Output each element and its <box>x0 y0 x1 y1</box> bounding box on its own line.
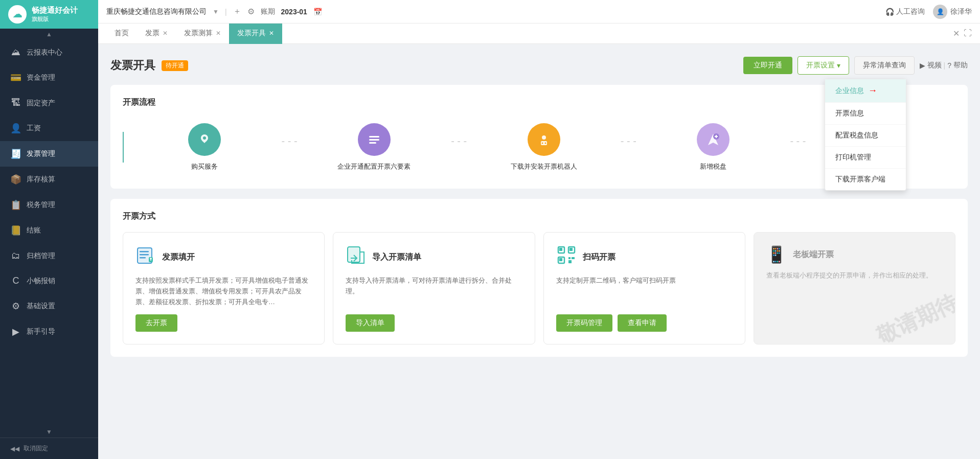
sidebar-item-label: 资金管理 <box>27 73 55 82</box>
cancel-fix-label: 取消固定 <box>24 444 48 453</box>
svg-rect-36 <box>568 260 572 263</box>
fill-invoice-icon <box>135 245 156 269</box>
sidebar-item-close[interactable]: 📒 结账 <box>0 218 98 243</box>
dropdown-item-tax-config[interactable]: 配置税盘信息 <box>825 125 906 147</box>
process-label-3: 下载并安装开票机器人 <box>511 162 577 171</box>
reports-icon: ⛰ <box>10 47 21 58</box>
abnormal-button[interactable]: 异常清单查询 <box>854 56 915 75</box>
restore-icon[interactable]: ⛶ <box>964 29 972 38</box>
sidebar-item-invoice[interactable]: 🧾 发票管理 <box>0 141 98 167</box>
import-list-button[interactable]: 导入清单 <box>346 314 395 332</box>
svg-point-6 <box>542 135 546 140</box>
tab-invoice-issue-close[interactable]: ✕ <box>269 30 274 37</box>
close-icon: 📒 <box>10 225 21 236</box>
chevron-down-icon: ▾ <box>837 61 840 70</box>
tab-invoice[interactable]: 发票 ✕ <box>137 24 176 44</box>
qr-manage-button[interactable]: 开票码管理 <box>556 314 612 332</box>
svg-point-9 <box>544 143 546 144</box>
sidebar-item-label: 税务管理 <box>27 200 55 210</box>
sidebar-item-archive[interactable]: 🗂 归档管理 <box>0 243 98 268</box>
sidebar-item-salary[interactable]: 👤 工资 <box>0 116 98 141</box>
sidebar-item-tax[interactable]: 📋 税务管理 <box>0 192 98 218</box>
tab-invoice-calc[interactable]: 发票测算 ✕ <box>176 24 229 44</box>
sidebar: ☁ 畅捷通好会计 旗舰版 ▲ ⛰ 云报表中心 💳 资金管理 🏗 固定资产 👤 工… <box>0 0 98 459</box>
go-invoice-button[interactable]: 去开票 <box>135 314 177 332</box>
period-label: 账期 <box>261 7 275 16</box>
page-title: 发票开具 <box>110 58 155 73</box>
view-apply-button[interactable]: 查看申请 <box>618 314 667 332</box>
guide-icon: ▶ <box>10 326 21 337</box>
dropdown-item-printer[interactable]: 打印机管理 <box>825 147 906 169</box>
process-step-4: 新增税盘 <box>641 123 786 171</box>
dropdown-item-invoice-info[interactable]: 开票信息 <box>825 103 906 125</box>
process-step-3: 下载并安装开票机器人 <box>471 123 617 171</box>
sidebar-item-guide[interactable]: ▶ 新手引导 <box>0 319 98 345</box>
top-bar: 重庆畅捷交通信息咨询有限公司 ▼ | ＋ ⚙ 账期 2023-01 📅 🎧 人工… <box>98 0 980 24</box>
boss-invoice-title: 老板端开票 <box>793 249 834 260</box>
page-actions: 立即开通 开票设置 ▾ 异常清单查询 ▶ 视频 | ? 帮助 企业信息 <box>743 56 968 75</box>
period-value: 2023-01 <box>281 8 307 16</box>
method-cards: 发票填开 支持按照发票样式手工填开发票；可开具增值税电子普通发票、增值税普通发票… <box>123 232 955 345</box>
process-arrow-4: - - - <box>786 135 810 147</box>
logo-badge: 旗舰版 <box>32 15 78 23</box>
scan-invoice-desc: 支持定制开票二维码，客户端可扫码开票 <box>556 276 733 308</box>
process-arrow-1: - - - <box>278 135 302 147</box>
maximize-icon[interactable]: ✕ <box>953 29 960 38</box>
archive-icon: 🗂 <box>10 250 21 261</box>
activate-button[interactable]: 立即开通 <box>743 57 792 74</box>
sidebar-scroll-down[interactable]: ▼ <box>0 426 98 438</box>
sidebar-item-settings[interactable]: ⚙ 基础设置 <box>0 293 98 319</box>
sidebar-item-label: 归档管理 <box>27 251 55 261</box>
expense-icon: C <box>10 276 21 286</box>
calendar-icon[interactable]: 📅 <box>313 8 322 16</box>
settings-label: 开票设置 <box>806 61 835 70</box>
logo-text: 畅捷通好会计 <box>32 6 78 15</box>
sidebar-item-funds[interactable]: 💳 资金管理 <box>0 65 98 90</box>
method-card-scan: 扫码开票 支持定制开票二维码，客户端可扫码开票 开票码管理 查看申请 <box>543 232 745 345</box>
inventory-icon: 📦 <box>10 174 21 185</box>
tab-home[interactable]: 首页 <box>106 24 137 44</box>
process-arrow-3: - - - <box>617 135 641 147</box>
funds-icon: 💳 <box>10 72 21 83</box>
sidebar-item-reports[interactable]: ⛰ 云报表中心 <box>0 40 98 65</box>
boss-invoice-icon: 📱 <box>766 245 787 264</box>
company-settings-icon[interactable]: ⚙ <box>247 7 255 16</box>
sidebar-item-assets[interactable]: 🏗 固定资产 <box>0 90 98 116</box>
sidebar-scroll-up[interactable]: ▲ <box>0 29 98 40</box>
company-name[interactable]: 重庆畅捷交通信息咨询有限公司 <box>106 7 207 16</box>
dropdown-item-company[interactable]: 企业信息 → <box>825 79 906 103</box>
support-label: 人工咨询 <box>896 7 925 16</box>
dropdown-item-download[interactable]: 下载开票客户端 <box>825 169 906 190</box>
svg-rect-3 <box>369 136 379 137</box>
support-button[interactable]: 🎧 人工咨询 <box>885 7 925 16</box>
settings-icon: ⚙ <box>10 301 21 312</box>
video-button[interactable]: ▶ 视频 | ? 帮助 <box>920 61 968 70</box>
sidebar-item-label: 新手引导 <box>27 327 55 336</box>
svg-rect-35 <box>572 257 575 259</box>
sidebar-item-label: 库存核算 <box>27 175 55 184</box>
company-dropdown-icon[interactable]: ▼ <box>213 8 219 15</box>
fill-invoice-title: 发票填开 <box>162 252 195 263</box>
logo-icon: ☁ <box>8 5 27 24</box>
cancel-fix-icon: ◀◀ <box>10 445 19 452</box>
svg-point-8 <box>541 143 543 144</box>
tab-invoice-close[interactable]: ✕ <box>163 30 168 37</box>
scan-invoice-title: 扫码开票 <box>583 252 616 263</box>
sidebar-item-expense[interactable]: C 小畅报销 <box>0 268 98 293</box>
add-company-button[interactable]: ＋ <box>233 6 241 17</box>
methods-section: 开票方式 <box>110 199 968 357</box>
process-icon-2 <box>358 123 391 156</box>
settings-button[interactable]: 开票设置 ▾ <box>797 56 849 75</box>
import-invoice-icon <box>346 245 366 269</box>
tab-invoice-issue[interactable]: 发票开具 ✕ <box>229 24 282 44</box>
sidebar-item-inventory[interactable]: 📦 库存核算 <box>0 167 98 192</box>
svg-rect-29 <box>559 248 562 251</box>
scan-invoice-icon <box>556 245 577 269</box>
method-card-fill: 发票填开 支持按照发票样式手工填开发票；可开具增值税电子普通发票、增值税普通发票… <box>123 232 325 345</box>
fill-invoice-desc: 支持按照发票样式手工填开发票；可开具增值税电子普通发票、增值税普通发票、增值税专… <box>135 276 312 308</box>
process-arrow-2: - - - <box>447 135 471 147</box>
user-info[interactable]: 👤 徐泽华 <box>933 5 972 19</box>
sidebar-cancel-fix[interactable]: ◀◀ 取消固定 <box>0 438 98 459</box>
tab-invoice-calc-close[interactable]: ✕ <box>216 30 221 37</box>
svg-rect-4 <box>369 139 379 141</box>
